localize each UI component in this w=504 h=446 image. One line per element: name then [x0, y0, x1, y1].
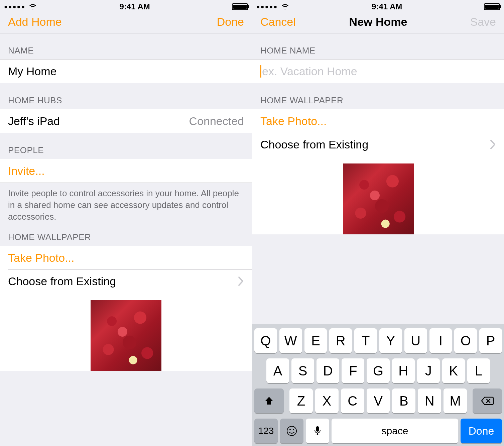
- battery-icon: [484, 3, 500, 10]
- key-k[interactable]: K: [442, 358, 465, 383]
- choose-from-existing-button[interactable]: Choose from Existing: [0, 269, 252, 293]
- nav-bar: Add Home Done: [0, 13, 252, 33]
- cellular-dots-icon: ●●●●●: [4, 3, 25, 10]
- key-z[interactable]: Z: [289, 388, 313, 413]
- chevron-right-icon: [238, 276, 244, 286]
- svg-point-1: [289, 429, 291, 430]
- choose-existing-label: Choose from Existing: [260, 138, 368, 151]
- cancel-button[interactable]: Cancel: [260, 15, 296, 28]
- wallpaper-thumbnail[interactable]: [91, 300, 161, 371]
- home-name-value: My Home: [8, 65, 56, 78]
- space-key[interactable]: space: [332, 419, 458, 443]
- key-p[interactable]: P: [479, 328, 502, 353]
- numbers-key[interactable]: 123: [254, 419, 278, 443]
- key-x[interactable]: X: [315, 388, 339, 413]
- invite-button[interactable]: Invite...: [0, 159, 252, 183]
- key-u[interactable]: U: [404, 328, 427, 353]
- key-l[interactable]: L: [467, 358, 490, 383]
- key-r[interactable]: R: [329, 328, 352, 353]
- emoji-key[interactable]: [280, 419, 303, 443]
- key-e[interactable]: E: [304, 328, 327, 353]
- people-footer-text: Invite people to control accessories in …: [0, 183, 252, 225]
- key-i[interactable]: I: [429, 328, 452, 353]
- key-o[interactable]: O: [454, 328, 477, 353]
- home-name-placeholder: ex. Vacation Home: [262, 65, 357, 78]
- keyboard-row-3: ZXCVBNM: [254, 388, 502, 413]
- choose-existing-label: Choose from Existing: [8, 275, 116, 288]
- home-hub-cell[interactable]: Jeff's iPad Connected: [0, 109, 252, 133]
- take-photo-label: Take Photo...: [260, 115, 327, 128]
- choose-from-existing-button[interactable]: Choose from Existing: [252, 133, 504, 156]
- take-photo-button[interactable]: Take Photo...: [0, 246, 252, 269]
- backspace-key[interactable]: [473, 388, 502, 413]
- battery-icon: [232, 3, 248, 10]
- key-f[interactable]: F: [342, 358, 364, 383]
- keyboard-done-key[interactable]: Done: [461, 419, 502, 443]
- key-n[interactable]: N: [418, 388, 441, 413]
- svg-point-2: [293, 429, 294, 430]
- hub-status: Connected: [189, 115, 244, 128]
- hub-name: Jeff's iPad: [8, 115, 60, 128]
- keyboard-row-2: ASDFGHJKL: [254, 358, 502, 383]
- svg-rect-3: [316, 426, 319, 432]
- section-header-people: PEOPLE: [0, 133, 252, 159]
- wallpaper-preview-row: [252, 156, 504, 234]
- key-y[interactable]: Y: [379, 328, 402, 353]
- status-time: 9:41 AM: [372, 2, 402, 11]
- key-j[interactable]: J: [417, 358, 440, 383]
- key-m[interactable]: M: [444, 388, 467, 413]
- home-name-cell[interactable]: My Home: [0, 60, 252, 83]
- done-button[interactable]: Done: [217, 15, 244, 28]
- key-v[interactable]: V: [367, 388, 390, 413]
- status-bar: ●●●●● 9:41 AM: [252, 0, 504, 13]
- wallpaper-preview-row: [0, 293, 252, 371]
- status-time: 9:41 AM: [120, 2, 150, 11]
- save-button[interactable]: Save: [470, 15, 496, 28]
- phone-left-home-settings: ●●●●● 9:41 AM Add Home Done NAME My Home…: [0, 0, 252, 446]
- key-b[interactable]: B: [392, 388, 415, 413]
- key-s[interactable]: S: [291, 358, 314, 383]
- wifi-icon: [28, 2, 37, 11]
- invite-label: Invite...: [8, 164, 45, 178]
- svg-point-0: [287, 426, 296, 436]
- key-q[interactable]: Q: [254, 328, 277, 353]
- keyboard: QWERTYUIOP ASDFGHJKL ZXCVBNM 123: [252, 324, 504, 446]
- section-header-wallpaper: HOME WALLPAPER: [0, 225, 252, 246]
- key-d[interactable]: D: [317, 358, 339, 383]
- status-bar: ●●●●● 9:41 AM: [0, 0, 252, 13]
- chevron-right-icon: [490, 139, 496, 149]
- section-header-name: NAME: [0, 33, 252, 59]
- section-header-home-name: HOME NAME: [252, 33, 504, 59]
- text-caret-icon: [260, 65, 261, 78]
- shift-key[interactable]: [254, 388, 284, 413]
- key-c[interactable]: C: [341, 388, 364, 413]
- key-a[interactable]: A: [266, 358, 289, 383]
- dictation-key[interactable]: [306, 419, 329, 443]
- key-t[interactable]: T: [354, 328, 377, 353]
- wallpaper-thumbnail[interactable]: [343, 163, 414, 234]
- wifi-icon: [280, 2, 290, 11]
- key-h[interactable]: H: [392, 358, 415, 383]
- phone-right-new-home: ●●●●● 9:41 AM Cancel New Home Save HOME …: [252, 0, 504, 446]
- section-header-wallpaper: HOME WALLPAPER: [252, 83, 504, 109]
- take-photo-label: Take Photo...: [8, 251, 74, 264]
- nav-bar: Cancel New Home Save: [252, 13, 504, 33]
- home-name-input[interactable]: ex. Vacation Home: [252, 60, 504, 83]
- section-header-home-hubs: HOME HUBS: [0, 83, 252, 109]
- key-w[interactable]: W: [279, 328, 302, 353]
- key-g[interactable]: G: [367, 358, 389, 383]
- keyboard-row-4: 123 space Done: [254, 419, 502, 443]
- add-home-button[interactable]: Add Home: [8, 15, 62, 28]
- cellular-dots-icon: ●●●●●: [256, 3, 278, 10]
- take-photo-button[interactable]: Take Photo...: [252, 109, 504, 133]
- keyboard-row-1: QWERTYUIOP: [254, 328, 502, 353]
